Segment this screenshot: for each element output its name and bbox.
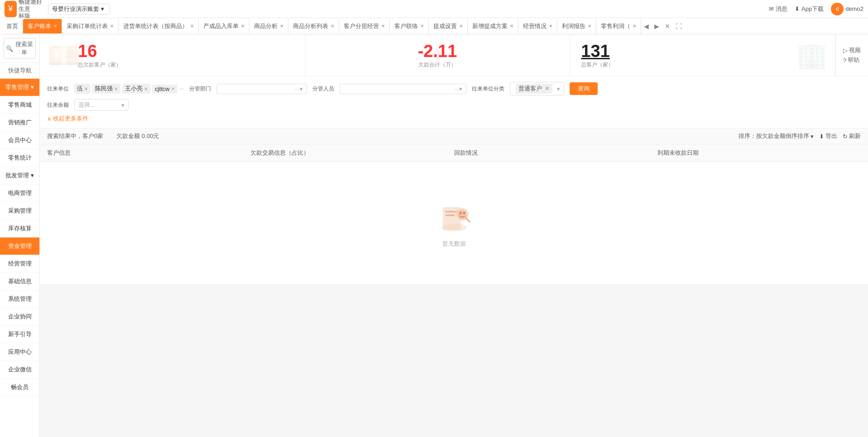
tab-goods-analysis[interactable]: 商品分析 ✕ [249, 19, 288, 33]
close-icon[interactable]: ✕ [280, 24, 283, 28]
svg-line-6 [466, 218, 470, 222]
close-icon[interactable]: ✕ [420, 24, 424, 28]
svg-point-7 [460, 212, 461, 214]
dept-select[interactable]: ···▾ [216, 84, 307, 94]
unit-label: 往来单位 [47, 85, 69, 93]
download-icon: ⬇ [795, 5, 800, 12]
sidebar-item-wechat[interactable]: 企业微信 [0, 361, 39, 379]
org-select[interactable]: 母婴行业演示账套 ▾ [48, 4, 110, 14]
refresh-button[interactable]: ↻ 刷新 [843, 132, 861, 140]
video-link[interactable]: ▷ 视频 [843, 46, 861, 54]
filter-tag-chen: 陈民强 ✕ [92, 84, 120, 94]
filter-more-tags[interactable]: ··· [179, 86, 184, 92]
collapse-button[interactable]: ∧ 收起更多条件 [47, 114, 861, 123]
stat-card-total: 🏢 131 总客户（家） [570, 34, 835, 76]
close-icon[interactable]: ✕ [510, 24, 513, 28]
sidebar-item-base-info[interactable]: 基础信息 [0, 273, 39, 290]
sort-select[interactable]: 排序：按欠款金额倒序排序 ▾ [739, 132, 814, 140]
tab-prev-arrow[interactable]: ◀ [641, 23, 652, 30]
balance-label: 往来余额 [47, 101, 69, 109]
close-icon[interactable]: ✕ [53, 24, 57, 28]
help-area: ▷ 视频 ? 帮助 [835, 34, 868, 76]
result-actions: 排序：按欠款金额倒序排序 ▾ ⬇ 导出 ↻ 刷新 [739, 132, 861, 140]
sidebar-item-inventory[interactable]: 库存核算 [0, 220, 39, 238]
tab-retail-profit[interactable]: 零售利润（ ✕ [596, 19, 641, 33]
remove-tag-cjttcw[interactable]: ✕ [171, 86, 175, 91]
remove-tag-chen[interactable]: ✕ [114, 86, 118, 91]
col-header-repay: 回款情况 [454, 149, 657, 157]
close-icon[interactable]: ✕ [110, 24, 114, 28]
stat-label-customers: 总欠款客户（家） [78, 61, 294, 69]
balance-dropdown-arrow: ▾ [121, 102, 125, 109]
remove-tag-wang[interactable]: ✕ [144, 86, 148, 91]
sidebar-item-member-center[interactable]: 会员中心 [0, 132, 39, 149]
sidebar-item-ecommerce[interactable]: 电商管理 [0, 185, 39, 202]
remove-tag-wu[interactable]: ✕ [84, 86, 88, 91]
sidebar-item-operations[interactable]: 经营管理 [0, 255, 39, 273]
tab-customer-ledger[interactable]: 客户账本 ✕ [23, 19, 62, 33]
sidebar-item-wholesale[interactable]: 批发管理 ▾ [0, 167, 39, 185]
tab-commission-settings[interactable]: 提成设置 ✕ [429, 19, 468, 33]
sidebar-item-purchase[interactable]: 采购管理 [0, 202, 39, 220]
tab-next-arrow[interactable]: ▶ [652, 23, 662, 30]
search-menu-button[interactable]: 🔍 搜索菜单 [4, 38, 36, 59]
video-icon: ▷ [843, 47, 848, 54]
close-icon[interactable]: ✕ [241, 24, 245, 28]
user-avatar-button[interactable]: d demo2 [831, 3, 863, 15]
empty-state: 暂无数据 [40, 162, 868, 284]
tab-maximize[interactable]: ⛶ [673, 23, 685, 30]
close-icon[interactable]: ✕ [190, 24, 194, 28]
tab-production[interactable]: 产成品入库单 ✕ [199, 19, 249, 33]
main-layout: 🔍 搜索菜单 快捷导航 零售管理 ▾ 零售商城 营销推广 会员中心 零售统计 批… [0, 34, 868, 437]
tab-purchase-stats[interactable]: 进货单统计表（按商品） ✕ [119, 19, 199, 33]
sidebar-item-retail-stats[interactable]: 零售统计 [0, 149, 39, 167]
filter-tag-wang: 王小亮 ✕ [122, 84, 150, 94]
messages-button[interactable]: ✉ 消息 [769, 5, 787, 13]
close-icon[interactable]: ✕ [381, 24, 385, 28]
sidebar-item-retail-mall[interactable]: 零售商城 [0, 96, 39, 114]
sidebar-item-system[interactable]: 系统管理 [0, 290, 39, 308]
filter-area: 往来单位 伍 ✕ 陈民强 ✕ 王小亮 ✕ cjttcw [40, 76, 868, 128]
remove-category-tag[interactable]: ✕ [545, 85, 550, 92]
sidebar-item-enterprise[interactable]: 企业协同 [0, 308, 39, 326]
sidebar-item-beginner[interactable]: 新手引导 [0, 326, 39, 343]
tab-purchase-order[interactable]: 采购订单统计表 ✕ [62, 19, 119, 33]
balance-select[interactable]: 选择... ▾ [74, 99, 129, 111]
close-icon[interactable]: ✕ [633, 24, 636, 28]
debt-amount-text: 欠款金额 0.00元 [116, 132, 159, 140]
category-select[interactable]: 普通客户 ✕ ▾ [510, 82, 564, 95]
sidebar-quick-nav[interactable]: 快捷导航 [0, 63, 39, 79]
export-button[interactable]: ⬇ 导出 [819, 132, 837, 140]
stat-number-customers: 16 [78, 42, 294, 61]
col-header-customer: 客户信息 [47, 149, 250, 157]
sidebar-item-retail-management[interactable]: 零售管理 ▾ [0, 79, 39, 96]
person-label: 分管人员 [312, 85, 334, 93]
tab-home[interactable]: 首页 [2, 19, 23, 33]
sidebar-item-member[interactable]: 畅会员 [0, 379, 39, 396]
tab-profit-report[interactable]: 利润报告 ✕ [557, 19, 596, 33]
svg-rect-3 [445, 214, 455, 216]
filter-tag-wu: 伍 ✕ [74, 84, 91, 94]
tab-goods-list[interactable]: 商品分析列表 ✕ [288, 19, 339, 33]
sidebar-item-marketing[interactable]: 营销推广 [0, 114, 39, 132]
sort-arrow-icon: ▾ [810, 133, 814, 140]
tab-new-commission[interactable]: 新增提成方案 ✕ [468, 19, 518, 33]
sidebar-item-app-center[interactable]: 应用中心 [0, 343, 39, 361]
dept-label: 分管部门 [189, 85, 211, 93]
search-result-text: 搜索结果中，客户0家 [47, 132, 103, 140]
help-link[interactable]: ? 帮助 [843, 56, 861, 64]
tab-customer-layer[interactable]: 客户分层经营 ✕ [339, 19, 390, 33]
close-icon[interactable]: ✕ [459, 24, 463, 28]
tab-close-all[interactable]: ✕ [662, 23, 673, 30]
app-download-button[interactable]: ⬇ App下载 [795, 5, 824, 13]
filter-tag-cjttcw: cjttcw ✕ [152, 85, 177, 93]
sidebar-item-finance[interactable]: 资金管理 [0, 238, 39, 255]
query-button[interactable]: 查询 [570, 82, 598, 95]
close-icon[interactable]: ✕ [549, 24, 552, 28]
tab-customer-contact[interactable]: 客户联络 ✕ [390, 19, 429, 33]
close-icon[interactable]: ✕ [588, 24, 591, 28]
close-icon[interactable]: ✕ [331, 24, 334, 28]
person-select[interactable]: ···▾ [340, 84, 466, 94]
tab-operation[interactable]: 经营情况 ✕ [518, 19, 557, 33]
filter-tags-unit: 伍 ✕ 陈民强 ✕ 王小亮 ✕ cjttcw ✕ ··· [74, 84, 184, 94]
